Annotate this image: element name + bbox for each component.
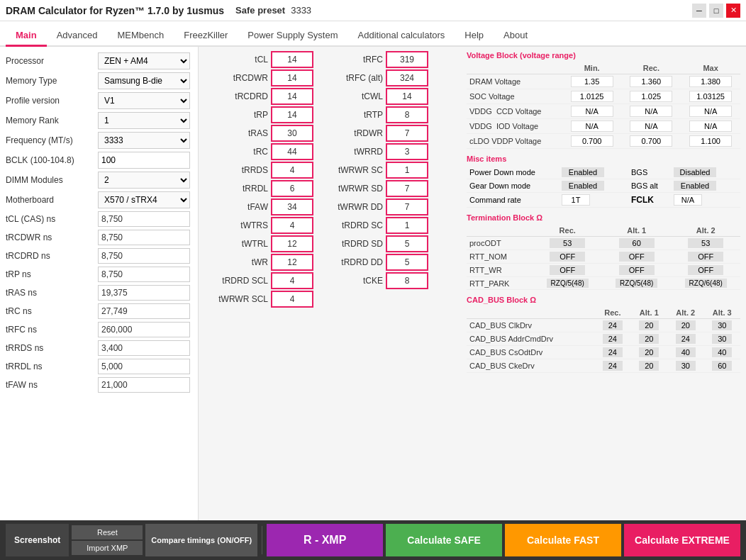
- rtt-park-label: RTT_PARK: [467, 277, 533, 290]
- term-col-rec: Rec.: [533, 225, 602, 237]
- calculate-extreme-button[interactable]: Calculate EXTREME: [624, 524, 740, 556]
- app-title: DRAM Calculator for Ryzen™ 1.7.0 by 1usm…: [6, 5, 224, 16]
- title-bar: DRAM Calculator for Ryzen™ 1.7.0 by 1usm…: [0, 0, 746, 21]
- trcdrd-input[interactable]: [271, 88, 313, 105]
- processor-select[interactable]: ZEN + AM4: [98, 52, 190, 69]
- trfc-input[interactable]: [386, 51, 428, 68]
- separator: [262, 526, 262, 554]
- voltage-block-title: Voltage Block (voltage range): [467, 51, 740, 60]
- screenshot-button[interactable]: Screenshot: [6, 524, 69, 556]
- dimm-select[interactable]: 2: [98, 172, 190, 189]
- rtt-wr-alt1: OFF: [619, 265, 655, 275]
- tras-ns-value: 19,375: [98, 285, 190, 301]
- twtrs-input[interactable]: [271, 217, 313, 234]
- tras-input[interactable]: [271, 125, 313, 142]
- trtp-input[interactable]: [386, 106, 428, 123]
- table-row: VDDG IOD Voltage N/A N/A N/A: [467, 119, 740, 134]
- cad-addrcmddrv-rec: 24: [603, 334, 623, 344]
- trfc-ns-value: 260,000: [98, 322, 190, 337]
- memory-rank-select[interactable]: 1: [98, 112, 190, 129]
- power-down-btn[interactable]: Enabled: [562, 167, 604, 177]
- main-content: Processor ZEN + AM4 Memory Type Samsung …: [0, 47, 746, 520]
- voltage-col-label: [467, 62, 562, 74]
- bclk-input[interactable]: [98, 152, 190, 169]
- center-panel: tCL tRCDWR tRCDRD tRP tRAS tRC tRRDS tRR…: [199, 47, 461, 520]
- trrdl-input[interactable]: [271, 180, 313, 197]
- bgs-alt-btn[interactable]: Enabled: [674, 181, 716, 191]
- vddg-ccd-label: VDDG CCD Voltage: [467, 104, 562, 119]
- trdrd-scl-input[interactable]: [271, 272, 313, 289]
- table-row: cLDO VDDP Voltage 0.700 0.700 1.100: [467, 134, 740, 149]
- close-button[interactable]: ✕: [726, 4, 740, 18]
- safe-preset-value: 3333: [291, 5, 311, 16]
- power-down-label: Power Down mode: [467, 166, 559, 179]
- trrds-input[interactable]: [271, 162, 313, 179]
- import-xmp-button[interactable]: Import XMP: [72, 541, 143, 555]
- cad-csodtdrv-label: CAD_BUS CsOdtDrv: [467, 346, 594, 359]
- motherboard-select[interactable]: X570 / sTRX4: [98, 191, 190, 208]
- processor-row: Processor ZEN + AM4: [6, 52, 192, 69]
- rtt-park-rec: RZQ/5(48): [547, 279, 589, 288]
- rtt-wr-alt2: OFF: [688, 265, 723, 275]
- profile-version-select[interactable]: V1: [98, 92, 190, 109]
- table-row: DRAM Voltage 1.35 1.360 1.380: [467, 74, 740, 89]
- twrrd-input[interactable]: [386, 143, 428, 160]
- twrwr-sd-input[interactable]: [386, 180, 428, 197]
- frequency-label: Frequency (MT/s): [6, 135, 98, 145]
- twrwr-sc-input[interactable]: [386, 162, 428, 179]
- tab-help[interactable]: Help: [455, 26, 494, 47]
- bgs-btn[interactable]: Disabled: [674, 167, 716, 177]
- tcwl-input[interactable]: [386, 88, 428, 105]
- trp-input[interactable]: [271, 106, 313, 123]
- trdrd-dd-input[interactable]: [386, 254, 428, 271]
- trc-ns-value: 27,749: [98, 303, 190, 319]
- bgs-alt-label: BGS alt: [628, 179, 671, 193]
- rtt-nom-alt1: OFF: [619, 252, 655, 262]
- tcl-input[interactable]: [271, 51, 313, 68]
- compare-timings-button[interactable]: Compare timings (ON/OFF): [145, 524, 257, 556]
- left-panel: Processor ZEN + AM4 Memory Type Samsung …: [0, 47, 199, 520]
- tab-freezkiller[interactable]: FreezKiller: [174, 26, 238, 47]
- tcke-input[interactable]: [386, 272, 428, 289]
- frequency-select[interactable]: 3333: [98, 132, 190, 149]
- tab-membench[interactable]: MEMbench: [107, 26, 174, 47]
- calculate-safe-button[interactable]: Calculate SAFE: [386, 524, 502, 556]
- soc-voltage-min: 1.0125: [571, 91, 613, 102]
- gear-down-btn[interactable]: Enabled: [562, 181, 604, 191]
- trp-ns-row: tRP ns 8,750: [6, 267, 192, 282]
- bclk-row: BCLK (100-104.8): [6, 152, 192, 169]
- tab-additional-calc[interactable]: Additional calculators: [348, 26, 455, 47]
- r-xmp-button[interactable]: R - XMP: [267, 524, 383, 556]
- tab-about[interactable]: About: [494, 26, 538, 47]
- procodt-rec: 53: [550, 238, 585, 248]
- right-panel: Voltage Block (voltage range) Min. Rec. …: [461, 47, 746, 520]
- restore-button[interactable]: □: [709, 4, 723, 18]
- twrwr-dd-input[interactable]: [386, 198, 428, 215]
- trcdwr-ns-value: 8,750: [98, 230, 190, 245]
- memory-type-select[interactable]: Samsung B-die: [98, 72, 190, 89]
- trdrd-sc-input[interactable]: [386, 217, 428, 234]
- vddg-iod-label: VDDG IOD Voltage: [467, 119, 562, 134]
- trdrd-sd-input[interactable]: [386, 235, 428, 252]
- tab-power-supply[interactable]: Power Supply System: [238, 26, 347, 47]
- twrwr-scl-input[interactable]: [271, 291, 313, 308]
- cad-csodtdrv-alt3: 40: [712, 347, 732, 357]
- calculate-fast-button[interactable]: Calculate FAST: [505, 524, 621, 556]
- gear-down-label: Gear Down mode: [467, 179, 559, 193]
- trrds-ns-value: 3,400: [98, 340, 190, 356]
- tfaw-input[interactable]: [271, 198, 313, 215]
- minimize-button[interactable]: ─: [692, 4, 706, 18]
- cldo-vddp-min: 0.700: [571, 135, 613, 147]
- table-row: VDDG CCD Voltage N/A N/A N/A: [467, 104, 740, 119]
- reset-button[interactable]: Reset: [72, 525, 143, 539]
- table-row: CAD_BUS CsOdtDrv 24 20 40 40: [467, 346, 740, 359]
- twtrl-input[interactable]: [271, 235, 313, 252]
- tab-advanced[interactable]: Advanced: [47, 26, 108, 47]
- trcdrd-ns-value: 8,750: [98, 248, 190, 264]
- tab-main[interactable]: Main: [6, 26, 47, 47]
- trcdwr-input[interactable]: [271, 69, 313, 86]
- trfc-alt-input[interactable]: [386, 69, 428, 86]
- trdwr-input[interactable]: [386, 125, 428, 142]
- twr-input[interactable]: [271, 254, 313, 271]
- trc-input[interactable]: [271, 143, 313, 160]
